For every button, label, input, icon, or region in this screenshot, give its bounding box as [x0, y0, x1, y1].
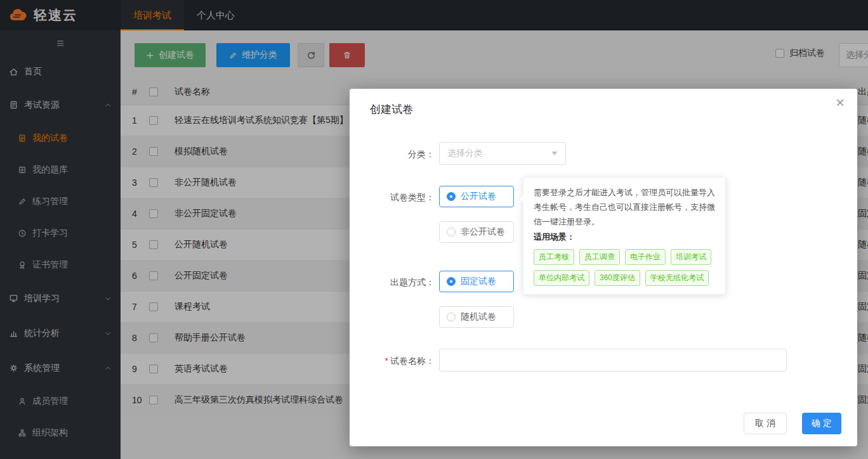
category-select[interactable]: 选择分类: [439, 142, 566, 165]
cancel-button[interactable]: 取 消: [744, 413, 787, 434]
radio-public-paper[interactable]: 公开试卷: [439, 186, 514, 207]
scenario-tag: 360度评估: [595, 270, 640, 286]
scenario-tags: 员工考核 员工调查 电子作业 培训考试 单位内部考试 360度评估 学校无纸化考…: [534, 249, 715, 286]
modal-title: 创建试卷: [370, 102, 413, 117]
radio-on-icon: [447, 277, 456, 286]
paper-name-label: *试卷名称：: [358, 356, 435, 367]
paper-name-input[interactable]: [439, 349, 787, 372]
scenario-tag: 电子作业: [625, 249, 666, 265]
confirm-button[interactable]: 确 定: [802, 413, 841, 434]
radio-private-paper-label: 非公开试卷: [461, 226, 505, 238]
radio-private-paper[interactable]: 非公开试卷: [439, 221, 514, 243]
chevron-down-icon: [551, 152, 558, 155]
radio-public-paper-label: 公开试卷: [461, 191, 496, 202]
paper-type-tooltip: 需要登录之后才能进入考试，管理员可以批量导入考生帐号，考生自己也可以直接注册帐号…: [523, 177, 726, 295]
radio-on-icon: [447, 192, 456, 201]
radio-off-icon: [447, 313, 456, 321]
paper-name-label-text: 试卷名称：: [390, 356, 435, 366]
category-label: 分类：: [365, 149, 435, 160]
scenario-tag: 学校无纸化考试: [645, 270, 709, 286]
required-asterisk: *: [385, 356, 388, 366]
scenario-tag: 员工考核: [534, 249, 574, 265]
category-select-placeholder: 选择分类: [447, 148, 483, 159]
tooltip-scenario-label: 适用场景：: [534, 230, 715, 245]
app-screen: 轻速云 培训考试 个人中心 ≡ 首页 考试资源: [0, 0, 868, 459]
scenario-tag: 员工调查: [579, 249, 620, 265]
create-paper-modal: 创建试卷 × 分类： 选择分类 试卷类型： 公开试卷 非公开试卷 需要登录之后才…: [350, 89, 857, 446]
radio-fixed-paper-label: 固定试卷: [461, 276, 496, 287]
radio-off-icon: [447, 228, 456, 236]
radio-fixed-paper[interactable]: 固定试卷: [439, 271, 514, 292]
radio-random-paper[interactable]: 随机试卷: [439, 306, 514, 328]
close-icon[interactable]: ×: [836, 95, 845, 110]
scenario-tag: 单位内部考试: [534, 270, 589, 286]
paper-type-label: 试卷类型：: [365, 192, 435, 204]
method-label: 出题方式：: [365, 277, 435, 288]
radio-random-paper-label: 随机试卷: [461, 311, 496, 323]
tooltip-text: 需要登录之后才能进入考试，管理员可以批量导入考生帐号，考生自己也可以直接注册帐号…: [534, 186, 715, 229]
scenario-tag: 培训考试: [671, 249, 711, 265]
